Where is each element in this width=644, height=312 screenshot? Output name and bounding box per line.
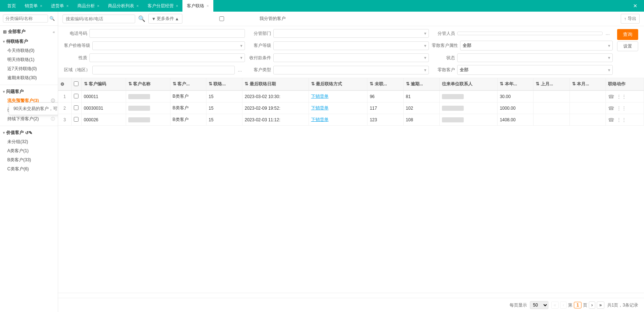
sidebar-group-pending-header[interactable]: ▾ 待联络客户 bbox=[0, 37, 58, 46]
my-customers-label: 我分管的客户 bbox=[259, 16, 286, 22]
my-customers-checkbox-label[interactable]: 我分管的客户 bbox=[185, 16, 286, 22]
sidebar-item-today[interactable]: 今天待联络(0) bbox=[0, 46, 58, 55]
filter-nature-select[interactable]: ▾ bbox=[89, 53, 245, 62]
row-checkbox-0[interactable] bbox=[74, 94, 79, 98]
nav-product-analysis[interactable]: 商品分析 × bbox=[73, 0, 104, 12]
select-all-checkbox[interactable] bbox=[74, 81, 79, 86]
col-contact-sort-icon: ⇅ bbox=[209, 81, 212, 86]
sidebar-item-overdue[interactable]: 逾期未联络(30) bbox=[0, 73, 58, 82]
last-method-link-2[interactable]: 下销货单 bbox=[311, 117, 329, 122]
chevron-down-icon-level: ▾ bbox=[424, 43, 426, 48]
cell-code-1: 00030031 bbox=[81, 102, 126, 114]
nav-sales[interactable]: 销货单 × bbox=[20, 0, 47, 12]
sidebar-item-tomorrow[interactable]: 明天待联络(1) bbox=[0, 55, 58, 64]
sidebar-item-b-class[interactable]: B类客户(33) bbox=[0, 155, 58, 165]
per-page-select[interactable]: 50 100 200 bbox=[530, 301, 548, 309]
action-phone-icon-2[interactable]: ☎ bbox=[608, 117, 614, 123]
chevron-down-icon-type: ▾ bbox=[424, 68, 426, 73]
action-phone-icon-1[interactable]: ☎ bbox=[608, 105, 614, 111]
table-body: 1 000011 B类客户 15 2023-03-02 10:30: 下销货单 … bbox=[58, 90, 644, 126]
chevron-up-icon: ▲ bbox=[175, 16, 179, 21]
filter-region-more[interactable]: … bbox=[235, 68, 245, 73]
nav-product-analysis-close[interactable]: × bbox=[97, 4, 99, 8]
filter-payment-select[interactable]: ▾ bbox=[273, 53, 429, 62]
more-conditions-button[interactable]: ▼ 更多条件 ▲ bbox=[148, 14, 182, 24]
next-page-button[interactable]: › bbox=[589, 301, 595, 309]
nav-sales-close[interactable]: × bbox=[40, 4, 42, 8]
nav-product-list[interactable]: 商品分析列表 × bbox=[104, 0, 143, 12]
sidebar-collapse-btn[interactable]: « bbox=[53, 30, 55, 34]
sidebar-item-ungroup[interactable]: 未分组(32) bbox=[0, 137, 58, 146]
nav-customer-layer-close[interactable]: × bbox=[176, 4, 178, 8]
col-header-contact-person: 往来单位联系人 bbox=[439, 78, 497, 90]
nav-product-analysis-label: 商品分析 bbox=[77, 3, 95, 9]
window-close-button[interactable]: ✕ bbox=[629, 0, 641, 12]
row-checkbox-2[interactable] bbox=[74, 117, 79, 122]
edit-icon-value[interactable]: ✎ bbox=[29, 130, 32, 135]
nav-product-list-close[interactable]: × bbox=[136, 4, 138, 8]
my-customers-checkbox[interactable] bbox=[185, 16, 258, 21]
action-phone-icon-0[interactable]: ☎ bbox=[608, 94, 614, 100]
sidebar-group-problem-header[interactable]: ▾ 问题客户 bbox=[0, 87, 58, 96]
current-page-number: 1 bbox=[574, 302, 581, 308]
filter-customer-level-select[interactable]: ▾ bbox=[273, 41, 429, 50]
filter-customer-type: 客户类型 ▾ bbox=[248, 66, 429, 74]
last-method-link-0[interactable]: 下销货单 bbox=[311, 94, 329, 99]
sidebar-item-declining[interactable]: 持续下滑客户(2) ⓘ bbox=[0, 114, 58, 123]
nav-purchase[interactable]: 进货单 × bbox=[47, 0, 73, 12]
export-button[interactable]: ↑ 导出 bbox=[621, 14, 640, 24]
nav-customer-contact-close[interactable]: × bbox=[206, 4, 209, 8]
nav-home-label: 首页 bbox=[7, 3, 16, 9]
customer-table: ⚙ ⇅ 客户编码 ⇅ 客户名称 bbox=[58, 78, 644, 126]
filter-customer-type-select[interactable]: ▾ bbox=[273, 66, 429, 74]
cell-last-method-2[interactable]: 下销货单 bbox=[309, 114, 367, 126]
filter-dept-select[interactable]: ▾ bbox=[273, 29, 429, 38]
settings-button[interactable]: 设置 bbox=[617, 41, 638, 51]
search-input[interactable] bbox=[63, 15, 135, 23]
sidebar-group-value-header[interactable]: ▾ 价值客户 ↺ ✎ bbox=[0, 128, 58, 137]
sidebar-search-icon[interactable]: 🔍 bbox=[49, 16, 55, 21]
filter-person-select[interactable] bbox=[457, 32, 603, 35]
col-header-settings[interactable]: ⚙ bbox=[58, 78, 71, 90]
cell-actions-1: ☎ ⋮⋮ bbox=[605, 102, 644, 114]
cell-overdue-0: 81 bbox=[403, 90, 439, 102]
filter-phone-input[interactable] bbox=[89, 29, 245, 38]
nav-customer-contact[interactable]: 客户联络 × bbox=[182, 0, 213, 12]
filter-price-level-select[interactable]: ▾ bbox=[92, 41, 245, 50]
sidebar-search-input[interactable] bbox=[3, 15, 48, 23]
sidebar-item-7days[interactable]: 近7天待联络(0) bbox=[0, 64, 58, 73]
filter-region-input[interactable] bbox=[92, 66, 235, 74]
top-navigation: 首页 销货单 × 进货单 × 商品分析 × 商品分析列表 × 客户分层经营 × … bbox=[0, 0, 644, 12]
horizontal-scrollbar[interactable] bbox=[58, 293, 644, 298]
filter-status-select[interactable]: ▾ bbox=[457, 53, 613, 62]
cell-type-2: B类客户 bbox=[170, 114, 206, 126]
nav-purchase-close[interactable]: × bbox=[66, 4, 68, 8]
cell-overdue-2: 108 bbox=[403, 114, 439, 126]
nav-home[interactable]: 首页 bbox=[3, 0, 20, 12]
first-page-button[interactable]: « bbox=[551, 301, 559, 309]
action-more-icon-2[interactable]: ⋮⋮ bbox=[616, 117, 627, 123]
prev-page-button[interactable]: ‹ bbox=[560, 301, 567, 309]
cell-checkbox-2[interactable] bbox=[71, 114, 81, 126]
search-button[interactable]: 🔍 bbox=[138, 15, 145, 22]
cell-last-method-1[interactable]: 下销货单 bbox=[309, 102, 367, 114]
last-page-button[interactable]: » bbox=[597, 301, 604, 309]
sidebar-item-c-class[interactable]: C类客户(6) bbox=[0, 165, 58, 174]
action-more-icon-0[interactable]: ⋮⋮ bbox=[616, 94, 627, 100]
sidebar-group-pending: ▾ 待联络客户 今天待联络(0) 明天待联络(1) 近7天待联络(0) 逾期未联… bbox=[0, 36, 58, 83]
filter-zero-attr-select[interactable]: 全部 ▾ bbox=[460, 41, 613, 50]
nav-customer-layer[interactable]: 客户分层经营 × bbox=[143, 0, 182, 12]
cell-unlink-0: 96 bbox=[367, 90, 403, 102]
query-button[interactable]: 查询 bbox=[617, 29, 638, 40]
filter-zero-customer-select[interactable]: 全部 ▾ bbox=[457, 65, 613, 75]
filter-icon: ▼ bbox=[152, 16, 156, 21]
last-method-link-1[interactable]: 下销货单 bbox=[311, 105, 329, 110]
cell-checkbox-0[interactable] bbox=[71, 90, 81, 102]
sidebar-item-a-class[interactable]: A类客户(1) bbox=[0, 146, 58, 155]
filter-action-buttons: 查询 设置 bbox=[617, 29, 638, 51]
cell-last-method-0[interactable]: 下销货单 bbox=[309, 90, 367, 102]
cell-checkbox-1[interactable] bbox=[71, 102, 81, 114]
row-checkbox-1[interactable] bbox=[74, 105, 79, 110]
filter-person-more[interactable]: … bbox=[603, 31, 613, 36]
action-more-icon-1[interactable]: ⋮⋮ bbox=[616, 105, 627, 111]
